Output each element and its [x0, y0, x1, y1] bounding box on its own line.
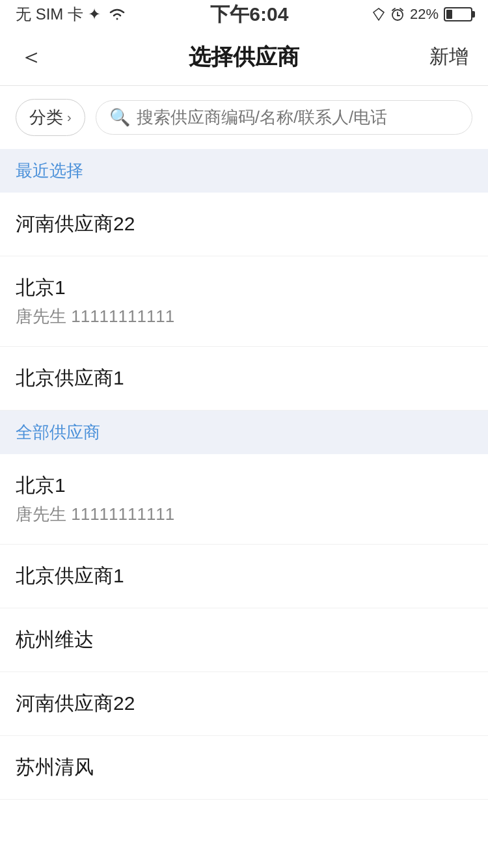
list-item[interactable]: 河南供应商22 — [0, 672, 488, 736]
supplier-name: 苏州清风 — [16, 754, 472, 781]
page-title: 选择供应商 — [189, 42, 299, 72]
search-box[interactable]: 🔍 — [96, 100, 472, 135]
supplier-name: 河南供应商22 — [16, 690, 472, 717]
alarm-icon — [390, 7, 405, 21]
list-item[interactable]: 苏州清风 — [0, 736, 488, 800]
supplier-list: 最近选择河南供应商22北京1唐先生 11111111111北京供应商1全部供应商… — [0, 149, 488, 800]
supplier-name: 北京供应商1 — [16, 365, 472, 392]
chevron-right-icon: › — [67, 110, 72, 125]
search-input[interactable] — [137, 107, 459, 128]
status-time: 下午6:04 — [210, 1, 288, 28]
list-item[interactable]: 北京1唐先生 11111111111 — [0, 256, 488, 347]
battery-icon — [444, 7, 472, 21]
search-icon: 🔍 — [109, 107, 130, 128]
status-bar: 无 SIM 卡 ✦ 下午6:04 22% — [0, 0, 488, 29]
supplier-contact: 唐先生 11111111111 — [16, 305, 472, 328]
back-button[interactable]: ＜ — [20, 41, 59, 73]
add-button[interactable]: 新增 — [429, 44, 468, 70]
wifi-icon — [107, 7, 127, 21]
filter-bar: 分类 › 🔍 — [0, 86, 488, 149]
location-icon — [372, 7, 385, 21]
battery-percent: 22% — [410, 6, 439, 23]
list-item[interactable]: 北京供应商1 — [0, 545, 488, 608]
supplier-contact: 唐先生 11111111111 — [16, 503, 472, 526]
supplier-name: 杭州维达 — [16, 627, 472, 653]
list-item[interactable]: 河南供应商22 — [0, 193, 488, 256]
status-right: 22% — [372, 6, 472, 23]
section-header-recent: 最近选择 — [0, 149, 488, 193]
status-left: 无 SIM 卡 ✦ — [16, 4, 127, 25]
section-header-all: 全部供应商 — [0, 411, 488, 454]
category-button[interactable]: 分类 › — [16, 99, 85, 136]
nav-bar: ＜ 选择供应商 新增 — [0, 29, 488, 86]
category-label: 分类 — [29, 106, 63, 129]
supplier-name: 河南供应商22 — [16, 211, 472, 237]
sim-status: 无 SIM 卡 ✦ — [16, 4, 101, 25]
list-item[interactable]: 杭州维达 — [0, 608, 488, 672]
supplier-name: 北京1 — [16, 472, 472, 499]
list-item[interactable]: 北京供应商1 — [0, 347, 488, 411]
list-item[interactable]: 北京1唐先生 11111111111 — [0, 454, 488, 545]
supplier-name: 北京供应商1 — [16, 563, 472, 590]
supplier-name: 北京1 — [16, 275, 472, 301]
